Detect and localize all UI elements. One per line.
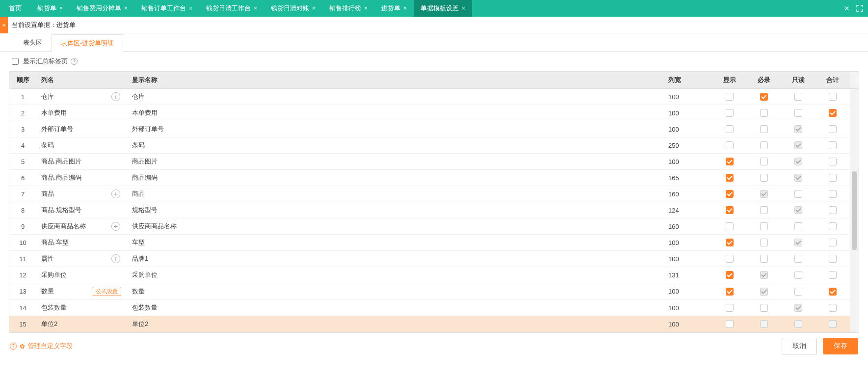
- checkbox[interactable]: [760, 255, 768, 263]
- checkbox[interactable]: [829, 141, 837, 149]
- help-icon[interactable]: ?: [71, 58, 78, 65]
- cell-display[interactable]: 供应商商品名称: [127, 218, 663, 235]
- cell-display[interactable]: 本单费用: [127, 105, 663, 121]
- cell-width[interactable]: 100: [663, 235, 712, 251]
- cell-width[interactable]: 131: [663, 267, 712, 283]
- close-all-icon[interactable]: ×: [844, 4, 849, 13]
- close-icon[interactable]: ×: [312, 5, 316, 12]
- checkbox[interactable]: [726, 304, 734, 312]
- tab-3[interactable]: 钱货日清工作台×: [199, 0, 264, 17]
- checkbox[interactable]: [794, 190, 802, 198]
- cell-width[interactable]: 100: [663, 300, 712, 316]
- tab-4[interactable]: 钱货日清对账×: [264, 0, 322, 17]
- checkbox[interactable]: [794, 255, 802, 263]
- checkbox[interactable]: [829, 174, 837, 182]
- tab-2[interactable]: 销售订单工作台×: [134, 0, 199, 17]
- cell-width[interactable]: 165: [663, 170, 712, 186]
- checkbox[interactable]: [760, 141, 768, 149]
- checkbox[interactable]: [829, 190, 837, 198]
- save-button[interactable]: 保存: [823, 338, 858, 354]
- cell-display[interactable]: 单位2: [127, 316, 663, 332]
- close-icon[interactable]: ×: [403, 5, 407, 12]
- checkbox[interactable]: [829, 222, 837, 230]
- table-row[interactable]: 5商品.商品图片商品图片100: [9, 154, 859, 170]
- checkbox[interactable]: [794, 93, 802, 101]
- table-row[interactable]: 4条码条码250: [9, 137, 859, 154]
- checkbox[interactable]: [726, 288, 734, 296]
- checkbox[interactable]: [760, 304, 768, 312]
- table-row[interactable]: 15单位2单位2100: [9, 316, 859, 332]
- cell-display[interactable]: 商品编码: [127, 170, 663, 186]
- checkbox[interactable]: [760, 174, 768, 182]
- checkbox[interactable]: [829, 255, 837, 263]
- add-icon[interactable]: +: [111, 92, 120, 101]
- cell-display[interactable]: 条码: [127, 137, 663, 154]
- scrollbar[interactable]: [850, 89, 859, 332]
- table-row[interactable]: 9供应商商品名称+供应商商品名称160: [9, 218, 859, 235]
- cell-width[interactable]: 100: [663, 121, 712, 137]
- add-icon[interactable]: +: [111, 190, 120, 198]
- cell-width[interactable]: 160: [663, 218, 712, 235]
- table-row[interactable]: 11属性+品牌1100: [9, 251, 859, 267]
- checkbox[interactable]: [829, 206, 837, 214]
- tab-7[interactable]: 单据模板设置×: [414, 0, 472, 17]
- checkbox[interactable]: [726, 271, 734, 279]
- table-row[interactable]: 7商品+商品160: [9, 186, 859, 202]
- table-row[interactable]: 3外部订单号外部订单号100: [9, 121, 859, 137]
- checkbox[interactable]: [760, 93, 768, 101]
- checkbox[interactable]: [760, 206, 768, 214]
- cancel-button[interactable]: 取消: [782, 338, 817, 354]
- checkbox[interactable]: [726, 109, 734, 117]
- footer-help-icon[interactable]: ?: [10, 343, 17, 350]
- checkbox[interactable]: [726, 93, 734, 101]
- checkbox[interactable]: [726, 206, 734, 214]
- cell-width[interactable]: 250: [663, 137, 712, 154]
- checkbox[interactable]: [794, 109, 802, 117]
- cell-display[interactable]: 车型: [127, 235, 663, 251]
- cell-width[interactable]: 100: [663, 154, 712, 170]
- checkbox[interactable]: [829, 125, 837, 133]
- close-icon[interactable]: ×: [462, 5, 465, 12]
- fullscreen-icon[interactable]: [856, 5, 863, 12]
- cell-width[interactable]: 100: [663, 89, 712, 105]
- table-row[interactable]: 10商品.车型车型100: [9, 235, 859, 251]
- checkbox[interactable]: [794, 222, 802, 230]
- checkbox[interactable]: [726, 141, 734, 149]
- cell-width[interactable]: 100: [663, 283, 712, 300]
- checkbox[interactable]: [726, 190, 734, 198]
- cell-display[interactable]: 包装数量: [127, 300, 663, 316]
- add-icon[interactable]: +: [111, 254, 120, 263]
- checkbox[interactable]: [726, 125, 734, 133]
- checkbox[interactable]: [726, 158, 734, 165]
- section-tab-1[interactable]: 表体区-进货单明细: [52, 34, 123, 52]
- table-row[interactable]: 2本单费用本单费用100: [9, 105, 859, 121]
- gear-icon[interactable]: ✿: [20, 343, 25, 350]
- checkbox[interactable]: [760, 109, 768, 117]
- formula-button[interactable]: 公式设置: [93, 287, 121, 296]
- cell-display[interactable]: 外部订单号: [127, 121, 663, 137]
- checkbox[interactable]: [760, 239, 768, 246]
- table-row[interactable]: 14包装数量包装数量100: [9, 300, 859, 316]
- table-row[interactable]: 12采购单位采购单位131: [9, 267, 859, 283]
- checkbox[interactable]: [794, 288, 802, 296]
- checkbox[interactable]: [829, 93, 837, 101]
- cell-display[interactable]: 数量: [127, 283, 663, 300]
- close-icon[interactable]: ×: [254, 5, 257, 12]
- cell-display[interactable]: 品牌1: [127, 251, 663, 267]
- table-row[interactable]: 8商品.规格型号规格型号124: [9, 202, 859, 218]
- tab-0[interactable]: 销货单×: [30, 0, 70, 17]
- summary-tab-checkbox[interactable]: [12, 58, 19, 65]
- table-row[interactable]: 6商品.商品编码商品编码165: [9, 170, 859, 186]
- close-icon[interactable]: ×: [124, 5, 128, 12]
- tab-6[interactable]: 进货单×: [374, 0, 414, 17]
- section-tab-0[interactable]: 表头区: [14, 34, 52, 51]
- checkbox[interactable]: [829, 109, 837, 117]
- checkbox[interactable]: [760, 222, 768, 230]
- checkbox[interactable]: [726, 222, 734, 230]
- cell-display[interactable]: 规格型号: [127, 202, 663, 218]
- cell-display[interactable]: 采购单位: [127, 267, 663, 283]
- cell-width[interactable]: 100: [663, 251, 712, 267]
- checkbox[interactable]: [794, 271, 802, 279]
- add-icon[interactable]: +: [111, 222, 120, 231]
- table-row[interactable]: 13数量公式设置数量100: [9, 283, 859, 300]
